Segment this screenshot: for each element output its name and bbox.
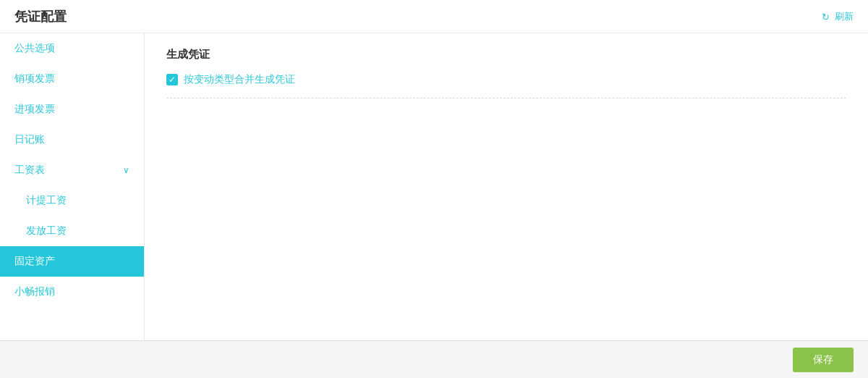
sidebar-item-expense[interactable]: 小畅报销: [0, 277, 144, 307]
check-icon: ✓: [169, 75, 176, 84]
sidebar-item-label: 公共选项: [14, 42, 55, 55]
sidebar-item-public[interactable]: 公共选项: [0, 33, 144, 64]
checkbox-row[interactable]: ✓ 按变动类型合并生成凭证: [166, 73, 846, 86]
sidebar-item-payroll[interactable]: 工资表∨: [0, 155, 144, 185]
refresh-icon: ↻: [822, 12, 832, 22]
sidebar-item-purchase-invoice[interactable]: 进项发票: [0, 94, 144, 125]
main-content: 生成凭证 ✓ 按变动类型合并生成凭证: [145, 33, 868, 340]
merge-checkbox[interactable]: ✓: [166, 74, 178, 85]
sidebar: 公共选项销项发票进项发票日记账工资表∨计提工资发放工资固定资产小畅报销: [0, 33, 145, 340]
sidebar-item-sales-invoice[interactable]: 销项发票: [0, 64, 144, 94]
sidebar-item-label: 销项发票: [14, 72, 55, 85]
sidebar-item-label: 固定资产: [14, 255, 55, 268]
sidebar-item-journal[interactable]: 日记账: [0, 125, 144, 155]
sidebar-item-label: 日记账: [14, 133, 45, 146]
divider: [166, 98, 846, 98]
save-button[interactable]: 保存: [793, 348, 854, 372]
header: 凭证配置 ↻ 刷新: [0, 0, 868, 33]
sidebar-item-label: 工资表: [14, 164, 45, 177]
sidebar-item-fixed-assets[interactable]: 固定资产: [0, 246, 144, 277]
refresh-label: 刷新: [835, 10, 854, 23]
sidebar-item-label: 小畅报销: [14, 285, 55, 298]
chevron-down-icon: ∨: [123, 165, 129, 175]
sidebar-item-label: 进项发票: [14, 103, 55, 116]
page-title: 凭证配置: [14, 8, 67, 25]
sidebar-item-label: 计提工资: [26, 194, 67, 207]
sidebar-item-payroll-issue[interactable]: 发放工资: [0, 216, 144, 246]
section-title: 生成凭证: [166, 48, 846, 62]
sidebar-item-payroll-calc[interactable]: 计提工资: [0, 185, 144, 216]
body: 公共选项销项发票进项发票日记账工资表∨计提工资发放工资固定资产小畅报销 生成凭证…: [0, 33, 868, 340]
footer: 保存: [0, 340, 868, 378]
checkbox-label: 按变动类型合并生成凭证: [184, 73, 295, 86]
refresh-button[interactable]: ↻ 刷新: [822, 10, 854, 23]
sidebar-item-label: 发放工资: [26, 224, 67, 238]
